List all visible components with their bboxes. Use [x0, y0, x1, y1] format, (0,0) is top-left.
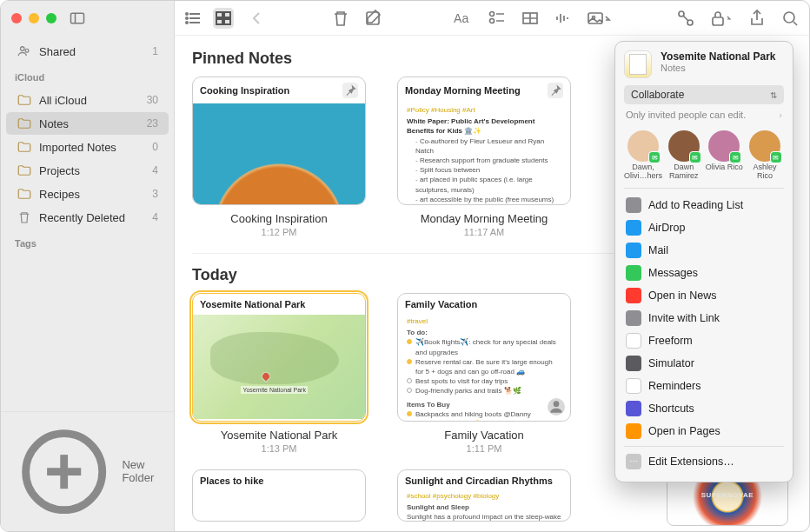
- new-note-button[interactable]: [363, 8, 384, 29]
- view-gallery-button[interactable]: [213, 8, 234, 29]
- back-button[interactable]: [246, 8, 267, 29]
- share-action-airdrop[interactable]: AirDrop: [624, 216, 784, 239]
- chevron-right-icon: ›: [779, 110, 782, 120]
- format-button[interactable]: Aa: [448, 8, 475, 29]
- audio-button[interactable]: [553, 8, 574, 29]
- pin-icon: [548, 83, 563, 98]
- svg-point-2: [21, 47, 25, 51]
- share-action-simulator[interactable]: Simulator: [624, 352, 784, 375]
- share-action-open-in-news[interactable]: Open in News: [624, 284, 784, 307]
- svg-line-33: [683, 16, 688, 21]
- share-person[interactable]: ✉Dawn Ramirez: [665, 130, 703, 181]
- folder-icon: [17, 92, 32, 108]
- note-card-vacation[interactable]: Family Vacation #travel To do: ✈️Book fl…: [397, 293, 571, 422]
- share-person[interactable]: ✉Olivia Rico: [705, 130, 743, 181]
- share-person[interactable]: ✉Dawn, Olivi…hers: [624, 130, 662, 181]
- note-card-meeting[interactable]: Monday Morning Meeting #Policy #Housing …: [397, 76, 571, 205]
- share-action-reminders[interactable]: Reminders: [624, 375, 784, 397]
- share-mode-dropdown[interactable]: Collaborate ⇅: [624, 85, 784, 104]
- close-window-button[interactable]: [11, 13, 22, 23]
- folder-count: 0: [152, 141, 158, 153]
- messages-badge-icon: ✉: [648, 151, 661, 163]
- card-caption: Cooking Inspiration: [192, 212, 366, 225]
- action-label: Simulator: [648, 357, 694, 369]
- messages-badge-icon: ✉: [689, 151, 701, 163]
- messages-badge-icon: ✉: [729, 151, 741, 163]
- app-icon: [626, 243, 641, 258]
- svg-point-18: [489, 11, 494, 16]
- card-time: 1:13 PM: [192, 443, 366, 454]
- search-button[interactable]: [780, 8, 800, 29]
- view-list-button[interactable]: [183, 8, 204, 29]
- fullscreen-window-button[interactable]: [46, 13, 56, 23]
- extensions-icon: ⋯: [626, 454, 641, 469]
- share-action-shortcuts[interactable]: Shortcuts: [624, 397, 784, 420]
- toggle-sidebar-icon[interactable]: [69, 10, 86, 27]
- svg-rect-16: [224, 19, 230, 24]
- preview-line: Research support from graduate students: [415, 156, 561, 165]
- minimize-window-button[interactable]: [29, 13, 39, 23]
- share-person[interactable]: ✉Ashley Rico: [746, 130, 784, 181]
- note-card-cooking[interactable]: Cooking Inspiration: [192, 76, 366, 205]
- sidebar-shared-count: 1: [152, 45, 158, 57]
- window-titlebar: [1, 1, 174, 36]
- sidebar-folder-imported-notes[interactable]: Imported Notes0: [6, 136, 169, 158]
- item-line: Packaged snacks 🧃: [407, 419, 561, 422]
- folder-count: 3: [152, 188, 158, 200]
- share-action-mail[interactable]: Mail: [624, 239, 784, 262]
- media-button[interactable]: [586, 8, 612, 29]
- table-button[interactable]: [520, 8, 541, 29]
- folder-count: 4: [152, 164, 158, 176]
- folder-icon: [17, 163, 32, 178]
- link-button[interactable]: [675, 8, 696, 29]
- share-action-open-in-pages[interactable]: Open in Pages: [624, 420, 784, 442]
- svg-point-3: [25, 49, 29, 52]
- app-icon: [626, 333, 641, 349]
- edit-extensions-item[interactable]: ⋯ Edit Extensions…: [624, 450, 784, 473]
- share-button[interactable]: [747, 8, 767, 29]
- sidebar-folder-notes[interactable]: Notes23: [6, 112, 169, 135]
- sidebar-folder-recipes[interactable]: Recipes3: [6, 183, 169, 205]
- svg-rect-15: [216, 19, 222, 24]
- preview-line: art accessible by the public (free museu…: [415, 195, 561, 204]
- avatar: ✉: [627, 130, 659, 162]
- avatar-name: Dawn Ramirez: [665, 163, 703, 181]
- share-action-freeform[interactable]: Freeform: [624, 329, 784, 352]
- app-icon: [626, 356, 641, 371]
- new-folder-button[interactable]: New Folder: [1, 411, 174, 531]
- sidebar-folder-recently-deleted[interactable]: Recently Deleted4: [6, 206, 169, 229]
- sidebar-folder-all-icloud[interactable]: All iCloud30: [6, 89, 169, 111]
- todo-line: Dog-friendly parks and trails 🐕🌿: [407, 386, 561, 396]
- delete-button[interactable]: [330, 8, 351, 29]
- share-action-invite-with-link[interactable]: Invite with Link: [624, 307, 784, 329]
- note-card-yosemite[interactable]: Yosemite National Park Yosemite National…: [192, 293, 366, 422]
- action-label: Invite with Link: [648, 312, 720, 324]
- checklist-button[interactable]: [487, 8, 508, 29]
- share-subtitle: Notes: [661, 63, 776, 73]
- share-permissions-row[interactable]: Only invited people can edit. ›: [624, 104, 784, 125]
- lock-button[interactable]: [708, 8, 734, 29]
- action-label: Mail: [648, 244, 668, 256]
- folder-icon: [17, 116, 32, 131]
- folder-icon: [17, 186, 32, 202]
- avatar: ✉: [708, 130, 740, 162]
- share-action-messages[interactable]: Messages: [624, 262, 784, 284]
- sidebar-shared[interactable]: Shared 1: [6, 40, 169, 63]
- action-label: Messages: [648, 267, 698, 279]
- card-title: Yosemite National Park: [200, 299, 305, 309]
- todo-line: Best spots to visit for day trips: [407, 376, 561, 386]
- card-title: Cooking Inspiration: [200, 85, 289, 96]
- app-icon: [626, 310, 641, 326]
- plus-circle-icon: [13, 421, 115, 522]
- share-action-add-to-reading-list[interactable]: Add to Reading List: [624, 194, 784, 216]
- svg-point-20: [489, 18, 494, 23]
- app-icon: [626, 220, 641, 236]
- sidebar-folder-projects[interactable]: Projects4: [6, 159, 169, 182]
- toolbar: Aa: [175, 1, 809, 36]
- folder-label: Notes: [39, 117, 147, 130]
- card-title: Family Vacation: [405, 299, 477, 309]
- note-card-sunlight[interactable]: Sunlight and Circadian Rhythms #school #…: [397, 469, 571, 522]
- folder-count: 23: [147, 117, 158, 130]
- note-card-hike[interactable]: Places to hike: [192, 469, 366, 522]
- share-sheet-popover: Yosemite National Park Notes Collaborate…: [614, 41, 793, 482]
